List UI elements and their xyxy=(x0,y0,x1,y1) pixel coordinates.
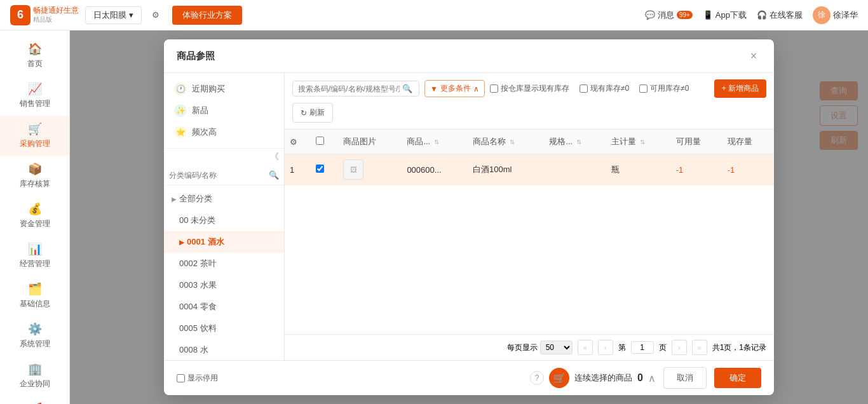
operation-icon: 📊 xyxy=(28,242,42,256)
app-name: 畅捷通好生意 xyxy=(33,6,79,15)
sidebar-item-purchase[interactable]: 🛒 采购管理 xyxy=(0,116,69,156)
sidebar-item-inventory[interactable]: 📦 库存核算 xyxy=(0,156,69,196)
nav-dropdown[interactable]: 日太阳膜 ▾ xyxy=(85,6,142,24)
sidebar-item-basic[interactable]: 🗂️ 基础信息 xyxy=(0,276,69,316)
sidebar-item-guide[interactable]: 🚀 新手引导 xyxy=(0,396,69,404)
checkbox-stock-label: 现有库存≠0 xyxy=(590,83,629,94)
logo-area: 6 畅捷通好生意 精品版 xyxy=(10,5,80,25)
modal-overlay: 商品参照 × 🕐 近期购买 ✨ xyxy=(70,30,868,404)
checkbox-warehouse-input[interactable] xyxy=(490,84,498,93)
help-icon[interactable]: ? xyxy=(530,371,544,385)
quick-link-recent[interactable]: 🕐 近期购买 xyxy=(169,78,279,100)
cat-all[interactable]: ▶ 全部分类 xyxy=(164,188,284,210)
col-code[interactable]: 商品... ⇅ xyxy=(402,130,468,154)
col-check[interactable] xyxy=(311,130,338,154)
sidebar-item-sales[interactable]: 📈 销售管理 xyxy=(0,76,69,116)
filter-icon: ▼ xyxy=(430,84,438,93)
product-search-input[interactable] xyxy=(298,84,400,93)
experience-btn[interactable]: 体验行业方案 xyxy=(172,6,242,25)
pagination: 每页显示 10 20 50 100 « ‹ 第 xyxy=(285,334,774,360)
table-body: 1 🖼 000600... 白酒100ml xyxy=(285,154,774,185)
checkbox-available[interactable]: 可用库存≠0 xyxy=(639,83,689,94)
select-all-checkbox[interactable] xyxy=(316,137,324,145)
checkbox-stock[interactable]: 现有库存≠0 xyxy=(580,83,629,94)
user-area[interactable]: 徐 徐泽华 xyxy=(813,6,858,24)
app-download-btn[interactable]: 📱 App下载 xyxy=(703,10,747,21)
purchase-icon: 🛒 xyxy=(28,122,42,136)
confirm-btn[interactable]: 确定 xyxy=(714,368,761,388)
refresh-icon: ↻ xyxy=(301,109,307,118)
add-product-btn[interactable]: + 新增商品 xyxy=(714,79,766,98)
cat-00[interactable]: 00 未分类 xyxy=(164,210,284,231)
app-download-label: App下载 xyxy=(715,10,747,21)
show-disabled-label[interactable]: 显示停用 xyxy=(177,373,218,384)
dropdown-label: 日太阳膜 xyxy=(93,10,126,21)
last-page-btn[interactable]: » xyxy=(692,340,707,355)
sidebar-item-enterprise[interactable]: 🏢 企业协同 xyxy=(0,356,69,396)
prev-page-btn[interactable]: ‹ xyxy=(598,340,613,355)
sidebar-item-operation[interactable]: 📊 经营管理 xyxy=(0,236,69,276)
sidebar-item-home[interactable]: 🏠 首页 xyxy=(0,36,69,76)
page-size-dropdown[interactable]: 10 20 50 100 xyxy=(540,340,573,354)
col-settings[interactable]: ⚙ xyxy=(285,130,311,154)
next-page-btn[interactable]: › xyxy=(672,340,687,355)
table-area: ⚙ 商品图片 商品... ⇅ 商品名称 xyxy=(285,130,774,334)
left-search-input[interactable] xyxy=(169,171,266,180)
table-row[interactable]: 1 🖼 000600... 白酒100ml xyxy=(285,154,774,185)
cart-area: ? 🛒 连续选择的商品 0 ∧ xyxy=(530,368,656,388)
avatar: 徐 xyxy=(813,6,831,24)
dropdown-arrow-icon: ▾ xyxy=(129,10,133,20)
quick-link-new[interactable]: ✨ 新品 xyxy=(169,100,279,121)
quick-links: 🕐 近期购买 ✨ 新品 ⭐ 频次高 xyxy=(164,78,284,149)
online-service-btn[interactable]: 🎧 在线客服 xyxy=(757,10,803,21)
cart-btn[interactable]: 🛒 xyxy=(549,368,569,388)
cat-0008[interactable]: 0008 水 xyxy=(164,339,284,355)
cancel-btn[interactable]: 取消 xyxy=(663,367,707,389)
row-checkbox[interactable] xyxy=(316,165,324,173)
collapse-cart-icon[interactable]: ∧ xyxy=(648,372,656,384)
messages-btn[interactable]: 💬 消息 99+ xyxy=(645,10,693,21)
row-spec xyxy=(544,154,606,185)
checkbox-warehouse[interactable]: 按仓库显示现有库存 xyxy=(490,83,569,94)
cart-icon: 🛒 xyxy=(553,372,566,384)
col-name[interactable]: 商品名称 ⇅ xyxy=(468,130,544,154)
col-image: 商品图片 xyxy=(338,130,402,154)
sidebar-purchase-label: 采购管理 xyxy=(20,138,50,149)
collapse-left-icon[interactable]: 《 xyxy=(270,151,279,163)
cat-0001[interactable]: ▶ 0001 酒水 xyxy=(164,231,284,253)
modal: 商品参照 × 🕐 近期购买 ✨ xyxy=(164,39,774,395)
modal-close-btn[interactable]: × xyxy=(746,48,761,64)
left-search-icon[interactable]: 🔍 xyxy=(269,170,279,180)
show-disabled-checkbox[interactable] xyxy=(177,374,185,382)
enterprise-icon: 🏢 xyxy=(28,362,42,376)
refresh-btn[interactable]: ↻ 刷新 xyxy=(292,103,333,123)
checkbox-stock-input[interactable] xyxy=(580,84,588,93)
recent-icon: 🕐 xyxy=(174,83,187,95)
sort-arrows-unit: ⇅ xyxy=(640,138,645,145)
page-suffix: 页 xyxy=(659,342,667,353)
cat-0004-label: 0004 零食 xyxy=(179,301,217,313)
settings-icon[interactable]: ⚙ xyxy=(147,6,165,24)
cat-0005-label: 0005 饮料 xyxy=(179,323,217,334)
filter-btn[interactable]: ▼ 更多条件 ∧ xyxy=(424,80,485,97)
online-service-label: 在线客服 xyxy=(770,10,803,21)
sidebar-item-finance[interactable]: 💰 资金管理 xyxy=(0,196,69,236)
first-page-btn[interactable]: « xyxy=(578,340,593,355)
search-icon[interactable]: 🔍 xyxy=(402,84,412,93)
col-spec[interactable]: 规格... ⇅ xyxy=(544,130,606,154)
filter-chevron: ∧ xyxy=(473,84,479,93)
cat-0002[interactable]: 0002 茶叶 xyxy=(164,253,284,274)
table-header-row: ⚙ 商品图片 商品... ⇅ 商品名称 xyxy=(285,130,774,154)
quick-link-freq[interactable]: ⭐ 频次高 xyxy=(169,121,279,143)
cat-0004[interactable]: 0004 零食 xyxy=(164,296,284,318)
row-check[interactable] xyxy=(311,154,338,185)
sidebar-item-system[interactable]: ⚙️ 系统管理 xyxy=(0,316,69,356)
page-number-input[interactable] xyxy=(631,341,654,354)
checkbox-available-input[interactable] xyxy=(639,84,648,93)
category-tree: ▶ 全部分类 00 未分类 ▶ 0001 酒水 0002 茶 xyxy=(164,185,284,355)
cat-0005[interactable]: 0005 饮料 xyxy=(164,318,284,339)
cat-0003[interactable]: 0003 水果 xyxy=(164,274,284,296)
show-disabled-text: 显示停用 xyxy=(187,373,218,384)
col-unit[interactable]: 主计量 ⇅ xyxy=(606,130,670,154)
col-stock: 现存量 xyxy=(722,130,774,154)
